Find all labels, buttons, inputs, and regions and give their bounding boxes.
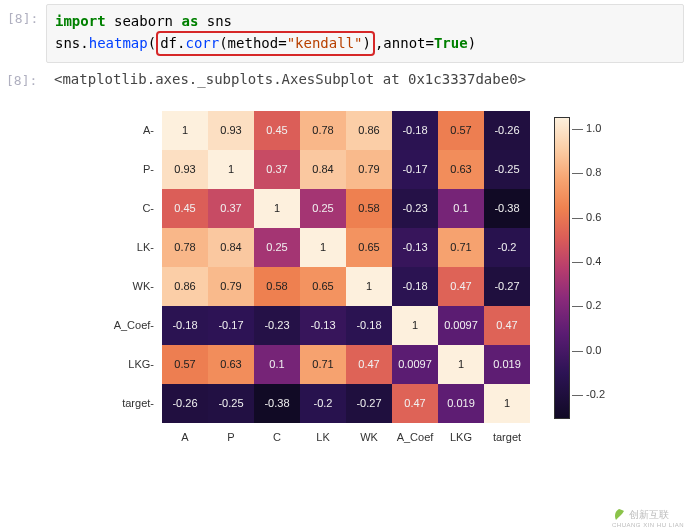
- y-tick-labels: APCLKWKA_CoefLKGtarget: [110, 111, 158, 423]
- heatmap-cell: 0.65: [346, 228, 392, 267]
- heatmap-cell: 0.93: [208, 111, 254, 150]
- heatmap-cell: 0.58: [346, 189, 392, 228]
- heatmap-cell: 0.78: [162, 228, 208, 267]
- colorbar-tick: — 0.4: [572, 255, 601, 267]
- y-tick: LK: [110, 228, 158, 267]
- heatmap-cell: -0.2: [484, 228, 530, 267]
- heatmap-cell: 0.63: [208, 345, 254, 384]
- heatmap-cell: -0.17: [208, 306, 254, 345]
- heatmap-cell: 0.65: [300, 267, 346, 306]
- heatmap-cell: 0.57: [162, 345, 208, 384]
- x-tick: WK: [346, 425, 392, 443]
- heatmap-cell: 1: [254, 189, 300, 228]
- x-tick: P: [208, 425, 254, 443]
- heatmap-cell: 0.71: [438, 228, 484, 267]
- heatmap-cell: -0.26: [162, 384, 208, 423]
- heatmap-cell: 0.86: [346, 111, 392, 150]
- heatmap-cell: 0.0097: [438, 306, 484, 345]
- colorbar-tick: — 0.2: [572, 299, 601, 311]
- y-tick: target: [110, 384, 158, 423]
- heatmap-grid: 10.930.450.780.86-0.180.57-0.260.9310.37…: [162, 111, 530, 423]
- heatmap-cell: -0.18: [392, 111, 438, 150]
- heatmap-cell: -0.2: [300, 384, 346, 423]
- x-tick: A_Coef: [392, 425, 438, 443]
- colorbar-tick: — 0.8: [572, 166, 601, 178]
- code-line-2: sns.heatmap(df.corr(method="kendall"),an…: [55, 31, 675, 55]
- x-tick: A: [162, 425, 208, 443]
- highlighted-arg: df.corr(method="kendall"): [156, 31, 375, 55]
- heatmap-cell: 0.47: [438, 267, 484, 306]
- heatmap-cell: 0.019: [484, 345, 530, 384]
- x-tick: C: [254, 425, 300, 443]
- heatmap-cell: 0.25: [254, 228, 300, 267]
- heatmap-cell: 0.58: [254, 267, 300, 306]
- repr-text: <matplotlib.axes._subplots.AxesSubplot a…: [54, 71, 676, 87]
- heatmap-cell: -0.18: [346, 306, 392, 345]
- x-tick-labels: APCLKWKA_CoefLKGtarget: [162, 425, 530, 443]
- heatmap-cell: -0.18: [162, 306, 208, 345]
- heatmap-cell: 0.37: [208, 189, 254, 228]
- heatmap-cell: 0.86: [162, 267, 208, 306]
- x-tick: target: [484, 425, 530, 443]
- heatmap-cell: 0.84: [300, 150, 346, 189]
- heatmap-cell: 0.47: [484, 306, 530, 345]
- heatmap-cell: 0.47: [346, 345, 392, 384]
- output-cell: [8]: <matplotlib.axes._subplots.AxesSubp…: [46, 67, 684, 495]
- heatmap-cell: 0.25: [300, 189, 346, 228]
- y-tick: P: [110, 150, 158, 189]
- colorbar-tick: — 0.6: [572, 211, 601, 223]
- heatmap-cell: -0.18: [392, 267, 438, 306]
- heatmap-cell: 0.45: [254, 111, 300, 150]
- heatmap-cell: -0.26: [484, 111, 530, 150]
- heatmap-cell: 0.019: [438, 384, 484, 423]
- colorbar-tick: — 1.0: [572, 122, 601, 134]
- colorbar-tick: — 0.0: [572, 344, 601, 356]
- heatmap-cell: -0.23: [392, 189, 438, 228]
- y-tick: A_Coef: [110, 306, 158, 345]
- heatmap-cell: 0.84: [208, 228, 254, 267]
- heatmap-cell: 0.47: [392, 384, 438, 423]
- heatmap-cell: -0.27: [346, 384, 392, 423]
- y-tick: WK: [110, 267, 158, 306]
- heatmap-cell: 1: [300, 228, 346, 267]
- code-cell: [8]: import seaborn as sns sns.heatmap(d…: [46, 4, 684, 63]
- colorbar-tick: — -0.2: [572, 388, 605, 400]
- code-line-1: import seaborn as sns: [55, 11, 675, 31]
- heatmap-cell: -0.27: [484, 267, 530, 306]
- out-prompt: [8]:: [6, 73, 37, 88]
- heatmap-cell: 0.63: [438, 150, 484, 189]
- y-tick: C: [110, 189, 158, 228]
- x-tick: LKG: [438, 425, 484, 443]
- heatmap-cell: 1: [208, 150, 254, 189]
- heatmap-cell: 1: [484, 384, 530, 423]
- watermark: 创新互联 CHUANG XIN HU LIAN: [612, 508, 684, 528]
- x-tick: LK: [300, 425, 346, 443]
- heatmap-cell: 0.79: [208, 267, 254, 306]
- heatmap-cell: -0.13: [392, 228, 438, 267]
- heatmap-cell: -0.38: [484, 189, 530, 228]
- heatmap-cell: -0.38: [254, 384, 300, 423]
- heatmap-cell: 1: [438, 345, 484, 384]
- heatmap-cell: 0.71: [300, 345, 346, 384]
- heatmap-cell: 0.78: [300, 111, 346, 150]
- heatmap-cell: 0.0097: [392, 345, 438, 384]
- heatmap-cell: 0.37: [254, 150, 300, 189]
- heatmap-cell: 0.79: [346, 150, 392, 189]
- heatmap-cell: -0.17: [392, 150, 438, 189]
- heatmap-cell: 1: [346, 267, 392, 306]
- heatmap-cell: -0.25: [484, 150, 530, 189]
- in-prompt: [8]:: [7, 11, 38, 26]
- y-tick: A: [110, 111, 158, 150]
- heatmap-plot: APCLKWKA_CoefLKGtarget 10.930.450.780.86…: [110, 105, 670, 485]
- heatmap-cell: -0.13: [300, 306, 346, 345]
- heatmap-cell: -0.25: [208, 384, 254, 423]
- heatmap-cell: 0.45: [162, 189, 208, 228]
- colorbar: [554, 117, 570, 419]
- heatmap-cell: 1: [392, 306, 438, 345]
- heatmap-cell: 0.93: [162, 150, 208, 189]
- heatmap-cell: 0.57: [438, 111, 484, 150]
- y-tick: LKG: [110, 345, 158, 384]
- heatmap-cell: 0.1: [438, 189, 484, 228]
- heatmap-cell: 1: [162, 111, 208, 150]
- heatmap-cell: 0.1: [254, 345, 300, 384]
